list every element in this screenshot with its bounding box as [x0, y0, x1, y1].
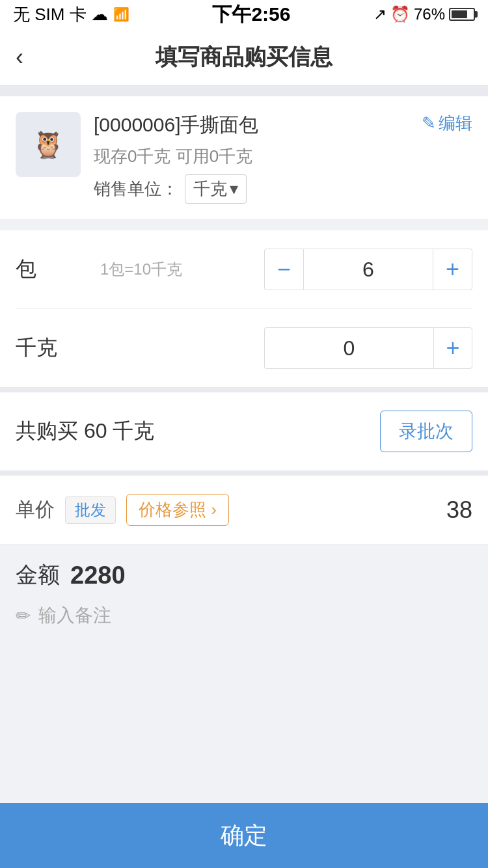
remark-placeholder: 输入备注 — [38, 603, 111, 628]
bag-minus-button[interactable]: − — [264, 249, 303, 290]
bag-sublabel: 1包=10千克 — [100, 259, 182, 280]
product-card: 🦉 [0000006]手撕面包 ✎ 编辑 现存0千克 可用0千克 销售单位： 千… — [0, 96, 488, 220]
input-section: 包 1包=10千克 − + 千克 + — [0, 230, 488, 387]
nav-bar: ‹ 填写商品购买信息 — [0, 29, 488, 86]
page-title: 填写商品购买信息 — [156, 42, 332, 72]
edit-icon: ✎ — [422, 113, 436, 133]
bag-controls: − + — [264, 249, 472, 290]
location-icon: ↗ — [373, 5, 386, 23]
product-name: [0000006]手撕面包 — [94, 112, 258, 139]
back-button[interactable]: ‹ — [16, 44, 23, 71]
bag-input-row: 包 1包=10千克 − + — [16, 230, 472, 309]
price-section: 单价 批发 价格参照 › 38 — [0, 476, 488, 545]
bag-quantity-input[interactable] — [303, 249, 433, 290]
remark-row[interactable]: ✏ 输入备注 — [16, 603, 472, 644]
battery-icon — [449, 8, 475, 21]
product-logo-icon: 🦉 — [32, 129, 64, 160]
bag-plus-button[interactable]: + — [433, 249, 472, 290]
divider-top — [0, 86, 488, 96]
product-stock: 现存0千克 可用0千克 — [94, 145, 472, 168]
summary-section: 共购买 60 千克 录批次 — [0, 387, 488, 476]
product-image: 🦉 — [16, 112, 81, 177]
kg-input-row: 千克 + — [16, 309, 472, 387]
amount-section: 金额 2280 ✏ 输入备注 — [0, 545, 488, 644]
confirm-button[interactable]: 确定 — [0, 803, 488, 868]
price-type-tag: 批发 — [65, 496, 116, 524]
price-value: 38 — [446, 496, 472, 524]
price-reference-button[interactable]: 价格参照 › — [126, 494, 229, 526]
unit-value: 千克 — [193, 178, 227, 200]
batch-button[interactable]: 录批次 — [380, 411, 472, 452]
price-label: 单价 — [16, 496, 55, 523]
status-right: ↗ ⏰ 76% — [373, 5, 475, 23]
wifi-icon: 📶 — [113, 7, 129, 22]
chevron-down-icon: ▾ — [230, 179, 238, 199]
bag-label: 包 — [16, 255, 94, 284]
pencil-icon: ✏ — [16, 605, 31, 627]
kg-label: 千克 — [16, 334, 94, 362]
amount-label: 金额 — [16, 560, 60, 590]
unit-label: 销售单位： — [94, 178, 178, 200]
edit-button[interactable]: ✎ 编辑 — [422, 112, 472, 135]
battery-percent: 76% — [414, 5, 445, 23]
status-bar: 无 SIM 卡 ☁ 📶 下午2:56 ↗ ⏰ 76% — [0, 0, 488, 29]
sim-label: 无 SIM 卡 ☁ — [13, 3, 108, 26]
status-time: 下午2:56 — [212, 1, 290, 28]
content-spacer — [0, 644, 488, 803]
product-info: [0000006]手撕面包 ✎ 编辑 现存0千克 可用0千克 销售单位： 千克 … — [94, 112, 472, 204]
summary-text: 共购买 60 千克 — [16, 417, 154, 446]
amount-row: 金额 2280 — [16, 560, 472, 603]
section-divider-1 — [0, 220, 488, 230]
unit-select[interactable]: 千克 ▾ — [185, 174, 247, 204]
amount-value: 2280 — [70, 562, 126, 590]
product-unit-row: 销售单位： 千克 ▾ — [94, 174, 472, 204]
status-left: 无 SIM 卡 ☁ 📶 — [13, 3, 129, 26]
kg-plus-button[interactable]: + — [433, 327, 472, 369]
kg-quantity-input[interactable] — [264, 327, 433, 369]
alarm-icon: ⏰ — [390, 5, 410, 23]
kg-controls: + — [264, 327, 472, 369]
